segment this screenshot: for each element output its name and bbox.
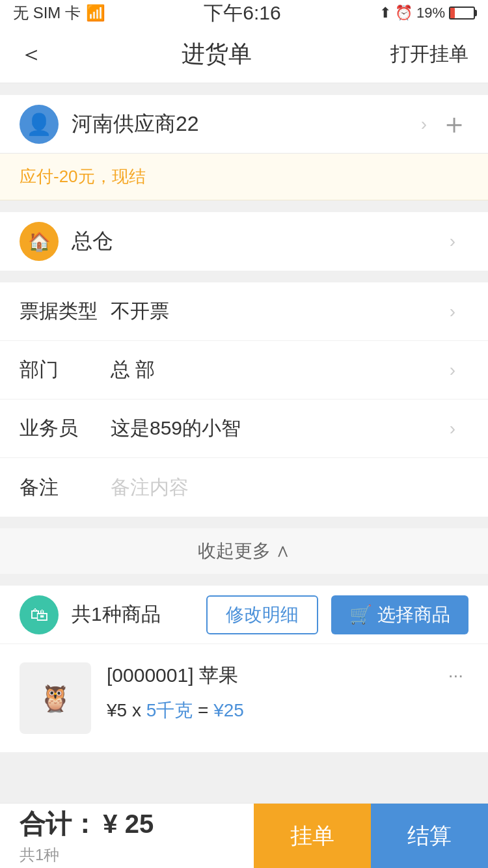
divider-2: [0, 200, 488, 212]
total-price: ¥25: [213, 700, 244, 720]
sales-row[interactable]: 业务员 这是859的小智 ›: [0, 400, 488, 458]
battery-percentage: 19%: [416, 5, 445, 21]
product-count: 共1种商品: [72, 601, 206, 628]
dept-value: 总 部: [111, 357, 450, 383]
product-bag-icon: 🛍: [30, 604, 48, 625]
total-amount: 合计： ¥ 25: [20, 806, 234, 842]
sales-chevron-icon: ›: [450, 418, 455, 439]
bottom-bar: 合计： ¥ 25 共1种 挂单 结算: [0, 803, 488, 868]
remark-row[interactable]: 备注 备注内容: [0, 458, 488, 517]
product-info: [0000001] 苹果 ¥5 x 5千克 = ¥25: [107, 662, 443, 723]
total-label: 合计：: [20, 809, 98, 838]
price-per-unit: ¥5 x: [107, 700, 146, 720]
product-header: 🛍 共1种商品 修改明细 🛒 选择商品: [0, 586, 488, 644]
product-thumbnail: 🦉: [20, 662, 91, 734]
invoice-chevron-icon: ›: [450, 301, 455, 322]
supplier-avatar: 👤: [20, 105, 59, 144]
product-section: 🛍 共1种商品 修改明细 🛒 选择商品 🦉 [0000001] 苹果 ¥5 x …: [0, 586, 488, 752]
status-time: 下午6:16: [204, 0, 280, 27]
item-count: 共1种: [20, 845, 234, 865]
equals-sign: =: [198, 700, 213, 720]
product-code: [0000001] 苹果: [107, 664, 238, 686]
status-left: 无 SIM 卡 📶: [13, 3, 105, 23]
total-value: ¥ 25: [103, 809, 154, 838]
location-icon: ⬆: [379, 5, 391, 21]
warehouse-icon: 🏠: [28, 231, 51, 252]
add-supplier-button[interactable]: ＋: [440, 105, 468, 143]
invoice-row[interactable]: 票据类型 不开票 ›: [0, 282, 488, 341]
sales-label: 业务员: [20, 415, 111, 442]
supplier-name[interactable]: 河南供应商22: [72, 110, 421, 139]
product-name: [0000001] 苹果: [107, 662, 443, 689]
carrier-label: 无 SIM 卡: [13, 3, 81, 23]
form-section: 票据类型 不开票 › 部门 总 部 › 业务员 这是859的小智 › 备注 备注…: [0, 282, 488, 517]
invoice-value: 不开票: [111, 298, 450, 325]
sales-value: 这是859的小智: [111, 415, 450, 442]
more-button[interactable]: ···: [443, 662, 468, 688]
select-product-button[interactable]: 🛒 选择商品: [331, 595, 468, 634]
product-icon-wrap: 🛍: [20, 595, 59, 634]
supplier-row: 👤 河南供应商22 › ＋: [0, 95, 488, 154]
warehouse-icon-wrap: 🏠: [20, 222, 59, 261]
status-bar: 无 SIM 卡 📶 下午6:16 ⬆ ⏰ 19%: [0, 0, 488, 26]
back-button[interactable]: ＜: [20, 38, 43, 70]
page-title: 进货单: [182, 38, 252, 70]
battery-fill: [450, 8, 455, 18]
divider-1: [0, 83, 488, 95]
collapse-row[interactable]: 收起更多 ∧: [0, 528, 488, 574]
notice-text: 应付-20元，现结: [20, 167, 146, 186]
collapse-label: 收起更多 ∧: [198, 539, 291, 563]
dept-label: 部门: [20, 357, 111, 383]
product-logo-icon: 🦉: [39, 683, 72, 714]
remark-input[interactable]: 备注内容: [111, 474, 468, 501]
invoice-label: 票据类型: [20, 298, 111, 325]
nav-bar: ＜ 进货单 打开挂单: [0, 26, 488, 83]
hang-button[interactable]: 挂单: [254, 804, 371, 869]
wifi-icon: 📶: [86, 4, 105, 22]
battery-icon: [449, 7, 475, 20]
supplier-chevron-icon: ›: [421, 114, 427, 135]
modify-detail-button[interactable]: 修改明细: [206, 595, 318, 634]
dept-chevron-icon: ›: [450, 360, 455, 381]
warehouse-chevron-icon: ›: [450, 231, 455, 252]
open-hang-button[interactable]: 打开挂单: [390, 41, 468, 68]
avatar-icon: 👤: [26, 112, 52, 137]
summary-area: 合计： ¥ 25 共1种: [0, 806, 254, 865]
quantity-value: 5千克: [146, 700, 193, 720]
notice-bar: 应付-20元，现结: [0, 154, 488, 200]
product-item: 🦉 [0000001] 苹果 ¥5 x 5千克 = ¥25 ···: [0, 644, 488, 752]
alarm-icon: ⏰: [395, 5, 413, 21]
product-price: ¥5 x 5千克 = ¥25: [107, 698, 443, 723]
remark-label: 备注: [20, 474, 111, 501]
warehouse-row: 🏠 总仓 ›: [0, 212, 488, 271]
checkout-button[interactable]: 结算: [371, 804, 488, 869]
status-right: ⬆ ⏰ 19%: [379, 5, 475, 21]
cart-icon: 🛒: [349, 604, 372, 625]
select-product-label: 选择商品: [377, 603, 450, 627]
dept-row[interactable]: 部门 总 部 ›: [0, 341, 488, 400]
warehouse-name[interactable]: 总仓: [72, 227, 450, 256]
